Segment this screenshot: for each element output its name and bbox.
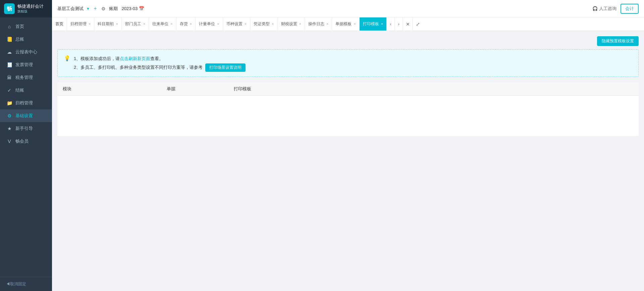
tab-label: 科目期初 xyxy=(98,21,114,27)
refresh-link[interactable]: 点击刷新新页面 xyxy=(120,56,150,61)
tab-close-btn[interactable]: × xyxy=(190,22,192,26)
info-line1: 1、模板添加成功后，请点击刷新新页面查看。 xyxy=(74,54,246,63)
member-icon: V xyxy=(6,139,13,144)
tab-label: 凭证类型 xyxy=(254,21,270,27)
tab-close-btn[interactable]: × xyxy=(116,22,118,26)
tab-close-btn[interactable]: × xyxy=(170,22,172,26)
print-template-table: 模块 单据 打印模板 xyxy=(57,82,639,136)
sidebar-item-label: 归档管理 xyxy=(15,100,33,106)
sidebar-item-label: 结账 xyxy=(15,87,24,93)
sidebar: 畅 畅捷通好会计 旗舰版 ⌂ 首页 📒 总账 ☁ 云报表中心 🧾 发票管理 🏛 … xyxy=(0,0,52,291)
sidebar-item-label: 总账 xyxy=(15,36,24,42)
topbar: 基层工会测试 ▾ ＋ ⚙ 账期 2023-03 📅 🎧 人工咨询 会计 xyxy=(52,0,644,17)
calendar-icon[interactable]: 📅 xyxy=(139,6,144,11)
tab-label: 打印模板 xyxy=(363,21,379,27)
tab-scroll-left[interactable]: ‹ xyxy=(387,17,395,31)
content-area: 隐藏预置模板设置 💡 1、模板添加成功后，请点击刷新新页面查看。 2、多员工、多… xyxy=(52,31,644,291)
headset-icon: 🎧 xyxy=(592,6,598,11)
app-logo-icon: 畅 xyxy=(4,3,15,14)
sidebar-item-settings[interactable]: ⚙ 基础设置 xyxy=(0,109,52,122)
sidebar-item-guide[interactable]: ★ 新手引导 xyxy=(0,122,52,135)
settings-icon: ⚙ xyxy=(6,113,13,118)
tab-close-btn[interactable]: × xyxy=(381,22,383,26)
tab-taxset[interactable]: 财税设置× xyxy=(278,17,305,31)
tab-label: 存货 xyxy=(180,21,188,27)
tab-voucher[interactable]: 凭证类型× xyxy=(250,17,277,31)
tab-oplog[interactable]: 操作日志× xyxy=(305,17,332,31)
tab-expand-btn[interactable]: ⤢ xyxy=(413,17,423,31)
sidebar-nav: ⌂ 首页 📒 总账 ☁ 云报表中心 🧾 发票管理 🏛 税务管理 ✓ 结账 📁 归… xyxy=(0,17,52,277)
col-doc-header: 单据 xyxy=(161,86,228,92)
tab-inventory[interactable]: 存货× xyxy=(176,17,196,31)
tab-label: 部门员工 xyxy=(125,21,141,27)
info-line2: 2、多员工、多打印机、多种业务类型设置不同打印方案等，请参考 打印场景设置说明 xyxy=(74,63,246,72)
sidebar-item-label: 畅会员 xyxy=(15,138,29,144)
sidebar-item-label: 发票管理 xyxy=(15,62,33,68)
sidebar-item-ledger[interactable]: 📒 总账 xyxy=(0,33,52,46)
tab-close-all-btn[interactable]: ✕ xyxy=(403,17,413,31)
sidebar-item-tax[interactable]: 🏛 税务管理 xyxy=(0,71,52,84)
tax-icon: 🏛 xyxy=(6,75,13,80)
sidebar-item-checkout[interactable]: ✓ 结账 xyxy=(0,84,52,97)
tab-label: 归档管理 xyxy=(70,21,87,27)
tab-close-btn[interactable]: × xyxy=(245,22,247,26)
tab-close-btn[interactable]: × xyxy=(89,22,91,26)
content-topright: 隐藏预置模板设置 xyxy=(57,36,639,46)
service-btn[interactable]: 🎧 人工咨询 xyxy=(592,6,616,12)
sidebar-item-report[interactable]: ☁ 云报表中心 xyxy=(0,46,52,58)
home-icon: ⌂ xyxy=(6,24,13,29)
guide-icon: ★ xyxy=(6,126,13,131)
tabbar: 首页归档管理×科目期初×部门员工×往来单位×存货×计量单位×币种设置×凭证类型×… xyxy=(52,17,644,31)
bulb-icon: 💡 xyxy=(64,55,70,61)
company-dropdown[interactable]: ▾ xyxy=(87,6,89,11)
sidebar-item-label: 新手引导 xyxy=(15,126,33,132)
sidebar-item-label: 云报表中心 xyxy=(15,49,37,55)
tab-home[interactable]: 首页 xyxy=(52,17,67,31)
hide-template-btn[interactable]: 隐藏预置模板设置 xyxy=(597,36,639,46)
tab-label: 单据模板 xyxy=(335,21,352,27)
tab-close-btn[interactable]: × xyxy=(143,22,145,26)
archive-icon: 📁 xyxy=(6,100,13,106)
account-btn[interactable]: 会计 xyxy=(621,4,639,14)
main-area: 基层工会测试 ▾ ＋ ⚙ 账期 2023-03 📅 🎧 人工咨询 会计 首页归档… xyxy=(52,0,644,291)
tab-close-btn[interactable]: × xyxy=(299,22,301,26)
tab-close-btn[interactable]: × xyxy=(326,22,328,26)
company-name: 基层工会测试 xyxy=(57,6,84,12)
sidebar-item-home[interactable]: ⌂ 首页 xyxy=(0,20,52,33)
invoice-icon: 🧾 xyxy=(6,62,13,67)
sidebar-item-label: 税务管理 xyxy=(15,75,33,81)
col-module-header: 模块 xyxy=(57,86,161,92)
tab-scroll-right[interactable]: › xyxy=(395,17,403,31)
tab-dept[interactable]: 部门员工× xyxy=(122,17,149,31)
tab-archive[interactable]: 归档管理× xyxy=(67,17,94,31)
table-header: 模块 单据 打印模板 xyxy=(57,82,639,96)
report-icon: ☁ xyxy=(6,49,13,55)
sidebar-item-label: 首页 xyxy=(15,23,24,30)
sidebar-logo: 畅 畅捷通好会计 旗舰版 xyxy=(0,0,52,17)
add-company-btn[interactable]: ＋ xyxy=(93,5,98,12)
tab-singledoc[interactable]: 单据模板× xyxy=(332,17,359,31)
ledger-icon: 📒 xyxy=(6,37,13,42)
tab-unit[interactable]: 计量单位× xyxy=(196,17,223,31)
tab-close-btn[interactable]: × xyxy=(217,22,219,26)
table-body xyxy=(57,96,639,136)
tab-label: 计量单位 xyxy=(199,21,215,27)
sidebar-item-label: 基础设置 xyxy=(15,113,33,119)
sidebar-item-archive[interactable]: 📁 归档管理 xyxy=(0,97,52,109)
sidebar-item-invoice[interactable]: 🧾 发票管理 xyxy=(0,58,52,71)
explain-btn[interactable]: 打印场景设置说明 xyxy=(205,63,246,72)
tab-partner[interactable]: 往来单位× xyxy=(149,17,176,31)
sidebar-item-member[interactable]: V 畅会员 xyxy=(0,135,52,148)
settings-icon[interactable]: ⚙ xyxy=(101,6,106,11)
tab-close-btn[interactable]: × xyxy=(272,22,274,26)
tab-label: 操作日志 xyxy=(308,21,324,27)
tab-label: 财税设置 xyxy=(281,21,297,27)
tab-printtemplate[interactable]: 打印模板× xyxy=(360,17,387,31)
tab-period[interactable]: 科目期初× xyxy=(94,17,121,31)
period-display: 账期 2023-03 📅 xyxy=(109,6,144,12)
sidebar-unpin[interactable]: ◀取消固定 xyxy=(0,277,52,291)
tab-close-btn[interactable]: × xyxy=(354,22,356,26)
tab-currency[interactable]: 币种设置× xyxy=(223,17,250,31)
info-box: 💡 1、模板添加成功后，请点击刷新新页面查看。 2、多员工、多打印机、多种业务类… xyxy=(57,49,639,77)
col-template-header: 打印模板 xyxy=(228,86,639,92)
